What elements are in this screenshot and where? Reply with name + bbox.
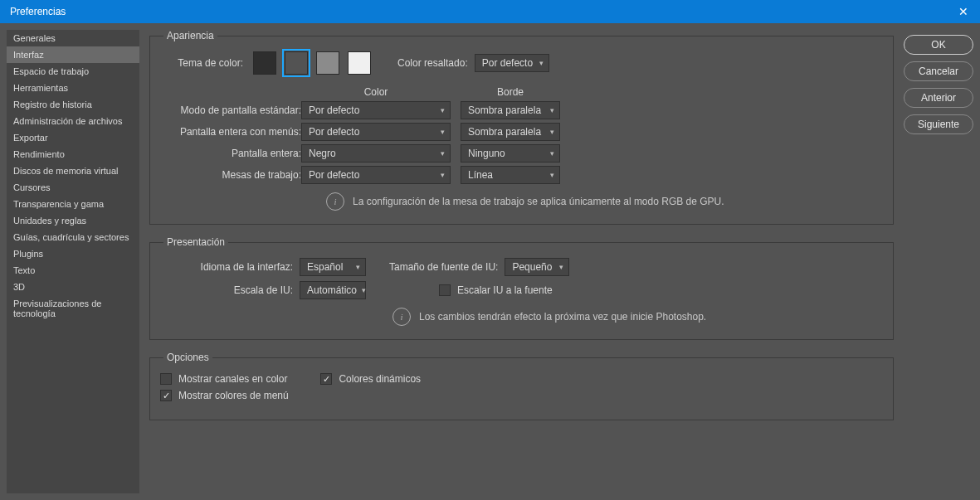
chevron-down-icon: ▾: [356, 263, 360, 271]
theme-swatch-0[interactable]: [253, 51, 276, 75]
presentation-info-text: Los cambios tendrán efecto la próxima ve…: [419, 311, 706, 323]
chevron-down-icon: ▾: [441, 106, 445, 114]
close-icon[interactable]: ✕: [953, 5, 973, 18]
next-button[interactable]: Siguiente: [904, 114, 973, 134]
previous-button[interactable]: Anterior: [904, 88, 973, 108]
theme-swatch-2[interactable]: [316, 51, 339, 75]
sidebar-item-registro-de-historia[interactable]: Registro de historia: [7, 96, 139, 113]
chevron-down-icon: ▾: [441, 171, 445, 179]
sidebar-item-unidades-y-reglas[interactable]: Unidades y reglas: [7, 212, 139, 229]
screen-mode-color-select-1[interactable]: Por defecto▾: [301, 123, 451, 141]
cancel-button[interactable]: Cancelar: [904, 61, 973, 81]
info-icon: i: [326, 192, 344, 211]
sidebar-item-texto[interactable]: Texto: [7, 262, 139, 279]
appearance-group: Apariencia Tema de color: Color resaltad…: [149, 30, 894, 225]
ui-scale-label: Escala de IU:: [160, 284, 293, 296]
screen-mode-border-select-2[interactable]: Ninguno▾: [461, 144, 560, 163]
sidebar-item-transparencia-y-gama[interactable]: Transparencia y gama: [7, 196, 139, 212]
sidebar-item-3d[interactable]: 3D: [7, 279, 139, 295]
ui-scale-select[interactable]: Automático▾: [300, 281, 366, 299]
screen-mode-color-select-3[interactable]: Por defecto▾: [301, 166, 451, 184]
dynamic-colors-checkbox[interactable]: Colores dinámicos: [320, 373, 421, 385]
sidebar-item-plugins[interactable]: Plugins: [7, 245, 139, 262]
presentation-group: Presentación Idioma de la interfaz: Espa…: [149, 236, 894, 340]
presentation-legend: Presentación: [163, 236, 228, 248]
sidebar-item-espacio-de-trabajo[interactable]: Espacio de trabajo: [7, 63, 139, 80]
sidebar-item-generales[interactable]: Generales: [7, 30, 139, 46]
chevron-down-icon: ▾: [362, 286, 366, 294]
sidebar-item-administraci-n-de-archivos[interactable]: Administración de archivos: [7, 113, 139, 129]
screen-mode-label-1: Pantalla entera con menús:: [160, 126, 301, 138]
highlight-color-label: Color resaltado:: [397, 57, 468, 69]
options-legend: Opciones: [163, 352, 212, 363]
screen-mode-label-2: Pantalla entera:: [160, 148, 301, 159]
ui-font-size-select[interactable]: Pequeño▾: [505, 258, 569, 276]
sidebar-item-exportar[interactable]: Exportar: [7, 129, 139, 146]
screen-mode-border-select-1[interactable]: Sombra paralela▾: [461, 123, 560, 141]
ui-language-select[interactable]: Español▾: [300, 258, 366, 276]
show-menu-colors-checkbox[interactable]: Mostrar colores de menú: [160, 390, 289, 401]
chevron-down-icon: ▾: [550, 149, 554, 158]
sidebar: GeneralesInterfazEspacio de trabajoHerra…: [7, 30, 139, 493]
column-header-border: Borde: [461, 86, 560, 98]
sidebar-item-rendimiento[interactable]: Rendimiento: [7, 146, 139, 163]
screen-mode-border-select-0[interactable]: Sombra paralela▾: [461, 101, 560, 119]
sidebar-item-cursores[interactable]: Cursores: [7, 179, 139, 196]
chevron-down-icon: ▾: [539, 59, 544, 67]
titlebar: Preferencias ✕: [0, 0, 980, 23]
chevron-down-icon: ▾: [441, 128, 445, 136]
screen-mode-color-select-2[interactable]: Negro▾: [301, 144, 451, 163]
screen-mode-border-select-3[interactable]: Línea▾: [461, 166, 560, 184]
options-group: Opciones Mostrar canales en color Colore…: [149, 352, 894, 420]
scale-ui-to-font-checkbox[interactable]: Escalar IU a la fuente: [439, 284, 553, 296]
chevron-down-icon: ▾: [550, 106, 554, 114]
sidebar-item-discos-de-memoria-virtual[interactable]: Discos de memoria virtual: [7, 163, 139, 179]
sidebar-item-gu-as-cuadr-cula-y-sectores[interactable]: Guías, cuadrícula y sectores: [7, 229, 139, 245]
chevron-down-icon: ▾: [441, 149, 445, 158]
ok-button[interactable]: OK: [904, 35, 973, 55]
screen-mode-color-select-0[interactable]: Por defecto▾: [301, 101, 451, 119]
show-channels-color-checkbox[interactable]: Mostrar canales en color: [160, 373, 287, 385]
theme-color-label: Tema de color:: [160, 57, 243, 69]
column-header-color: Color: [301, 86, 451, 98]
ui-language-label: Idioma de la interfaz:: [160, 261, 293, 273]
sidebar-item-herramientas[interactable]: Herramientas: [7, 80, 139, 96]
chevron-down-icon: ▾: [550, 128, 554, 136]
appearance-info-text: La configuración de la mesa de trabajo s…: [353, 196, 724, 207]
sidebar-item-interfaz[interactable]: Interfaz: [7, 46, 139, 63]
theme-swatch-3[interactable]: [348, 51, 371, 75]
window-title: Preferencias: [10, 6, 66, 17]
theme-swatch-1[interactable]: [285, 51, 308, 75]
info-icon: i: [392, 308, 411, 326]
appearance-legend: Apariencia: [163, 30, 217, 41]
screen-mode-label-3: Mesas de trabajo:: [160, 169, 301, 181]
chevron-down-icon: ▾: [559, 263, 563, 271]
highlight-color-select[interactable]: Por defecto▾: [475, 54, 549, 72]
sidebar-item-previsualizaciones-de-tecnolog-a[interactable]: Previsualizaciones de tecnología: [7, 295, 139, 322]
screen-mode-label-0: Modo de pantalla estándar:: [160, 104, 301, 116]
chevron-down-icon: ▾: [550, 171, 554, 179]
ui-font-size-label: Tamaño de fuente de IU:: [389, 261, 498, 273]
